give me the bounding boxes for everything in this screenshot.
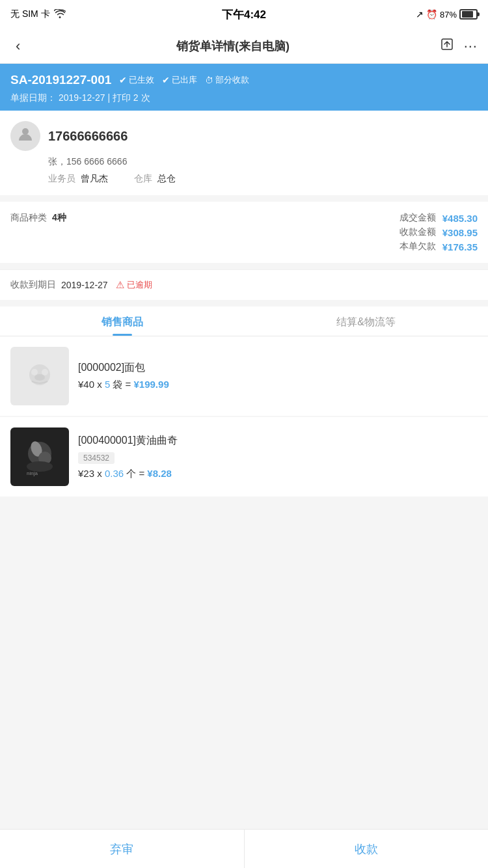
product-name-2: [000400001]黄油曲奇 <box>78 434 478 448</box>
svg-text:ninja: ninja <box>27 470 38 476</box>
clock-icon: ⏱ <box>205 75 213 85</box>
nav-bar: ‹ 销货单详情(来自电脑) ··· <box>0 29 488 64</box>
category-count: 4种 <box>52 212 66 223</box>
received-amount-row: 收款金额 ¥308.95 <box>400 226 478 238</box>
product-info-1: [0000002]面包 ¥40 x 5 袋 = ¥199.99 <box>78 361 478 391</box>
abandon-label: 弃审 <box>110 841 133 857</box>
product-image-2: ninja <box>10 427 69 486</box>
due-date-label: 收款到期日 <box>10 279 56 291</box>
share-icon[interactable] <box>441 38 454 54</box>
received-amount-label: 收款金额 <box>400 226 436 238</box>
order-number: SA-20191227-001 <box>10 73 111 87</box>
product-price-1: ¥40 <box>78 379 94 390</box>
product-qty-2: 0.36 <box>105 468 124 479</box>
warehouse-meta: 仓库 总仓 <box>134 173 176 185</box>
tab-sales-label: 销售商品 <box>102 316 143 327</box>
overdue-text: 已逾期 <box>127 279 152 291</box>
sim-text: 无 SIM 卡 <box>10 8 50 20</box>
header-banner: SA-20191227-001 ✔ 已生效 ✔ 已出库 ⏱ 部分收款 单据日期：… <box>0 64 488 111</box>
list-item: [0000002]面包 ¥40 x 5 袋 = ¥199.99 <box>0 336 488 416</box>
avatar <box>10 121 40 151</box>
customer-meta: 业务员 曾凡杰 仓库 总仓 <box>48 173 478 185</box>
summary-right: 成交金额 ¥485.30 收款金额 ¥308.95 本单欠款 ¥176.35 <box>400 212 478 252</box>
order-date: 2019-12-27 <box>59 92 105 103</box>
person-icon <box>16 125 34 148</box>
product-unit-1: 袋 <box>113 379 122 390</box>
product-price-row-1: ¥40 x 5 袋 = ¥199.99 <box>78 379 478 391</box>
owed-amount-row: 本单欠款 ¥176.35 <box>400 241 478 252</box>
summary-section: 商品种类 4种 成交金额 ¥485.30 收款金额 ¥308.95 本单欠款 ¥… <box>0 202 488 263</box>
due-date-value: 2019-12-27 <box>61 280 108 290</box>
overdue-icon: ⚠ <box>116 279 124 291</box>
deal-amount-value: ¥485.30 <box>442 213 478 224</box>
check-icon-shipped: ✔ <box>162 75 170 85</box>
bottom-bar: 弃审 收款 <box>0 829 488 868</box>
product-image-1 <box>10 347 69 405</box>
customer-contact: 张，156 6666 6666 <box>48 156 478 168</box>
status-bar: 无 SIM 卡 下午4:42 ↗ ⏰ 87% <box>0 0 488 29</box>
abandon-review-button[interactable]: 弃审 <box>0 830 245 868</box>
deal-amount-row: 成交金额 ¥485.30 <box>400 212 478 224</box>
status-payment: ⏱ 部分收款 <box>205 74 249 86</box>
svg-point-4 <box>42 369 48 375</box>
customer-section: 17666666666 张，156 6666 6666 业务员 曾凡杰 仓库 总… <box>0 111 488 195</box>
sales-meta: 业务员 曾凡杰 <box>48 173 108 185</box>
owed-amount-value: ¥176.35 <box>442 241 478 252</box>
product-qty-1: 5 <box>105 379 110 390</box>
product-total-2: ¥8.28 <box>147 468 172 479</box>
print-unit: 次 <box>141 92 150 103</box>
tabs-section: 销售商品 结算&物流等 <box>0 306 488 336</box>
location-icon: ↗ <box>416 9 424 20</box>
svg-point-3 <box>31 369 38 375</box>
alarm-icon: ⏰ <box>426 9 437 20</box>
warehouse-value: 总仓 <box>157 173 176 183</box>
check-icon-effective: ✔ <box>119 75 127 85</box>
wifi-icon <box>54 9 66 20</box>
header-date-row: 单据日期： 2019-12-27 | 打印 2 次 <box>10 92 478 104</box>
list-item: ninja [000400001]黄油曲奇 534532 ¥23 x 0.36 … <box>0 417 488 496</box>
customer-row: 17666666666 <box>10 121 478 151</box>
product-list: [0000002]面包 ¥40 x 5 袋 = ¥199.99 ninja [0 <box>0 336 488 496</box>
product-name-1: [0000002]面包 <box>78 361 478 375</box>
owed-amount-label: 本单欠款 <box>400 241 436 252</box>
status-shipped: ✔ 已出库 <box>162 74 197 86</box>
nav-actions: ··· <box>441 38 478 55</box>
status-time: 下午4:42 <box>222 7 266 22</box>
more-icon[interactable]: ··· <box>464 38 478 55</box>
product-price-row-2: ¥23 x 0.36 个 = ¥8.28 <box>78 468 478 480</box>
customer-id[interactable]: 17666666666 <box>48 129 128 144</box>
svg-point-1 <box>22 128 29 135</box>
due-date-section: 收款到期日 2019-12-27 ⚠ 已逾期 <box>0 269 488 300</box>
deal-amount-label: 成交金额 <box>400 212 436 224</box>
date-label: 单据日期： <box>10 92 56 103</box>
print-label: | 打印 <box>107 92 131 103</box>
battery-percent: 87% <box>440 10 457 20</box>
overdue-badge: ⚠ 已逾期 <box>116 279 152 291</box>
collect-payment-button[interactable]: 收款 <box>245 830 489 868</box>
category-label: 商品种类 <box>10 212 47 223</box>
product-total-1: ¥199.99 <box>134 379 169 390</box>
tab-settlement[interactable]: 结算&物流等 <box>244 306 488 336</box>
battery-indicator <box>459 9 478 20</box>
svg-point-5 <box>34 374 45 381</box>
product-unit-2: 个 <box>126 468 136 479</box>
product-batch-2: 534532 <box>78 452 115 464</box>
status-left: 无 SIM 卡 <box>10 8 66 20</box>
order-header-row: SA-20191227-001 ✔ 已生效 ✔ 已出库 ⏱ 部分收款 <box>10 73 478 87</box>
summary-left: 商品种类 4种 <box>10 212 66 224</box>
received-amount-value: ¥308.95 <box>442 227 478 238</box>
sales-label: 业务员 <box>48 173 75 183</box>
tab-sales-products[interactable]: 销售商品 <box>0 306 244 336</box>
sales-person: 曾凡杰 <box>81 173 108 183</box>
status-right: ↗ ⏰ 87% <box>416 9 478 20</box>
tab-settlement-label: 结算&物流等 <box>336 316 396 327</box>
print-count: 2 <box>133 92 139 103</box>
back-button[interactable]: ‹ <box>10 33 25 60</box>
page-title: 销货单详情(来自电脑) <box>176 38 290 54</box>
collect-label: 收款 <box>355 841 378 857</box>
product-price-2: ¥23 <box>78 468 94 479</box>
product-info-2: [000400001]黄油曲奇 534532 ¥23 x 0.36 个 = ¥8… <box>78 434 478 480</box>
status-effective: ✔ 已生效 <box>119 74 154 86</box>
warehouse-label: 仓库 <box>134 173 152 183</box>
